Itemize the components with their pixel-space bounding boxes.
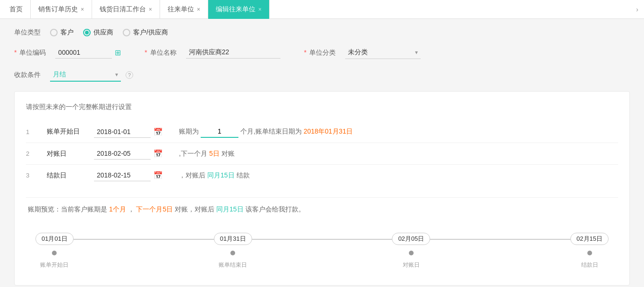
unit-category-label: * 单位分类	[304, 49, 336, 57]
calendar-icon-2[interactable]: 📅	[153, 149, 163, 158]
unit-code-input[interactable]	[55, 47, 112, 59]
preview-3: 同月15日	[216, 205, 244, 213]
step3-highlight: 同月15日	[207, 171, 235, 180]
calendar-icon-3[interactable]: 📅	[153, 171, 163, 180]
tab-edit-partner-label: 编辑往来单位	[216, 5, 255, 14]
chevron-down-icon2: ▾	[115, 71, 118, 78]
step-desc-3: ，对账后 同月15日 结款	[179, 171, 250, 180]
radio-customer-circle	[50, 29, 58, 36]
settings-card: 请按照未来的一个完整帐期进行设置 1 账单开始日 📅 账期为 个月,账单结束日期…	[14, 91, 630, 286]
step-row-2: 2 对账日 📅 ,下一个月 5日 对账	[26, 143, 618, 165]
timeline-badge-1: 01月01日	[35, 233, 74, 245]
preview-end: 该客户会给我打款。	[246, 205, 305, 213]
step-label-3: 结款日	[47, 171, 85, 180]
tab-bar: 首页 销售订单历史 × 钱货日清工作台 × 往来单位 × 编辑往来单位 × ›	[0, 0, 644, 19]
step3-prefix: ，对账后	[179, 171, 205, 180]
step-num-3: 3	[26, 172, 37, 179]
timeline-dot-1	[52, 251, 57, 255]
preview-1: 1个月	[109, 205, 126, 213]
unit-name-input[interactable]	[186, 47, 280, 59]
step-date-1: 📅	[94, 126, 169, 138]
preview-label: 账期预览：当前客户账期是	[28, 205, 107, 213]
unit-details-row: * 单位编码 ⊞ * 单位名称 * 单位分类 未分类 ▾	[14, 46, 630, 59]
close-icon[interactable]: ×	[258, 6, 262, 13]
unit-category-select[interactable]: 未分类 ▾	[345, 46, 421, 59]
timeline-label-4: 结款日	[581, 261, 598, 269]
radio-customer-supplier[interactable]: 客户/供应商	[123, 28, 168, 37]
timeline-point-3: 02月05日 对账日	[392, 233, 430, 269]
tab-sales-history-label: 销售订单历史	[38, 5, 78, 14]
close-icon[interactable]: ×	[81, 6, 84, 13]
timeline-badge-4: 02月15日	[570, 233, 609, 245]
tab-more-button[interactable]: ›	[630, 0, 644, 19]
preview-2: 下一个月5日	[136, 205, 173, 213]
timeline-point-1: 01月01日 账单开始日	[35, 233, 74, 269]
unit-type-label: 单位类型	[14, 28, 41, 37]
preview-mid2: 对账，对账后	[175, 205, 214, 213]
radio-customer[interactable]: 客户	[50, 28, 74, 37]
timeline-label-1: 账单开始日	[40, 261, 68, 269]
unit-category-value: 未分类	[348, 48, 368, 57]
tab-partner[interactable]: 往来单位 ×	[160, 0, 208, 19]
step-date-3: 📅	[94, 169, 169, 181]
payment-terms-value: 月结	[53, 70, 66, 79]
timeline-dot-2	[230, 251, 235, 255]
radio-supplier[interactable]: 供应商	[83, 28, 113, 37]
step3-suffix: 结款	[237, 171, 250, 180]
step2-highlight: 5日	[209, 150, 220, 158]
radio-customer-label: 客户	[60, 28, 74, 37]
step-date-input-1[interactable]	[94, 126, 151, 138]
unit-code-field-group: ⊞	[55, 47, 121, 59]
payment-terms-select[interactable]: 月结 ▾	[50, 68, 121, 82]
required-star2: *	[144, 49, 147, 56]
tab-partner-label: 往来单位	[168, 5, 194, 14]
step-label-2: 对账日	[47, 150, 85, 158]
period-value-input[interactable]	[201, 126, 238, 138]
calendar-icon-1[interactable]: 📅	[153, 127, 163, 136]
required-star: *	[14, 49, 17, 56]
timeline-points: 01月01日 账单开始日 01月31日 账单结束日 02月05日 对账日	[35, 233, 609, 269]
tab-home-label: 首页	[9, 5, 23, 14]
step-date-input-3[interactable]	[94, 169, 151, 181]
card-title: 请按照未来的一个完整帐期进行设置	[26, 103, 618, 111]
step-label-1: 账单开始日	[47, 127, 85, 136]
tab-cash-work-label: 钱货日清工作台	[100, 5, 146, 14]
timeline-badge-2: 01月31日	[214, 233, 252, 245]
preview-text: 账期预览：当前客户账期是 1个月 ， 下一个月5日 对账，对账后 同月15日 该…	[26, 205, 618, 214]
copy-icon[interactable]: ⊞	[115, 48, 121, 57]
timeline-label-2: 账单结束日	[219, 261, 247, 269]
main-content: 单位类型 客户 供应商 客户/供应商 * 单位编码 ⊞ *	[0, 19, 644, 287]
close-icon[interactable]: ×	[197, 6, 200, 13]
period-label: 账期为	[179, 127, 199, 136]
preview-section: 账期预览：当前客户账期是 1个月 ， 下一个月5日 对账，对账后 同月15日 该…	[26, 197, 618, 274]
timeline-point-2: 01月31日 账单结束日	[214, 233, 252, 269]
payment-terms-field-group: 月结 ▾ ?	[50, 68, 133, 82]
required-star3: *	[304, 49, 306, 56]
period-unit: 个月,账单结束日期为	[240, 127, 302, 136]
tab-edit-partner[interactable]: 编辑往来单位 ×	[208, 0, 270, 19]
tab-cash-work[interactable]: 钱货日清工作台 ×	[92, 0, 160, 19]
tab-home[interactable]: 首页	[0, 0, 31, 19]
step2-prefix: ,下一个月	[179, 150, 207, 158]
timeline-dot-3	[409, 251, 414, 255]
radio-customer-supplier-label: 客户/供应商	[133, 28, 168, 37]
timeline: 01月01日 账单开始日 01月31日 账单结束日 02月05日 对账日	[26, 223, 618, 274]
step-row-1: 1 账单开始日 📅 账期为 个月,账单结束日期为 2018年01月31日	[26, 121, 618, 143]
steps-table: 1 账单开始日 📅 账期为 个月,账单结束日期为 2018年01月31日 2 对…	[26, 121, 618, 186]
close-icon[interactable]: ×	[149, 6, 152, 13]
tab-sales-history[interactable]: 销售订单历史 ×	[31, 0, 92, 19]
unit-name-label: * 单位名称	[144, 49, 176, 57]
step2-suffix: 对账	[221, 150, 235, 158]
payment-terms-row: 收款条件 月结 ▾ ?	[14, 68, 630, 82]
radio-supplier-label: 供应商	[93, 28, 113, 37]
step-desc-1: 账期为 个月,账单结束日期为 2018年01月31日	[179, 126, 353, 138]
unit-code-label: * 单位编码	[14, 49, 46, 57]
step-num-1: 1	[26, 128, 37, 135]
preview-mid1: ，	[128, 205, 135, 213]
radio-supplier-circle	[83, 29, 91, 36]
step-date-input-2[interactable]	[94, 148, 151, 160]
timeline-badge-3: 02月05日	[392, 233, 430, 245]
unit-type-radio-group: 客户 供应商 客户/供应商	[50, 28, 168, 37]
help-icon[interactable]: ?	[126, 71, 133, 79]
unit-type-row: 单位类型 客户 供应商 客户/供应商	[14, 28, 630, 37]
